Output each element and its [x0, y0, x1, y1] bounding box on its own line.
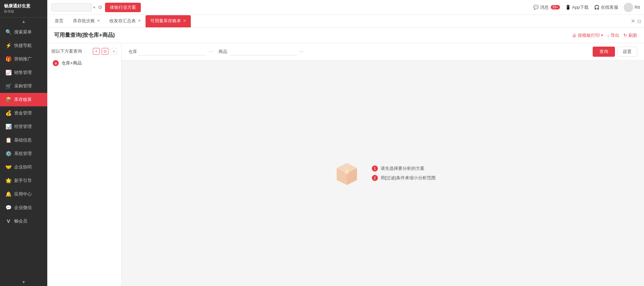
sidebar-item-search[interactable]: 🔍 搜索菜单: [0, 25, 47, 39]
goods-input[interactable]: [229, 48, 297, 55]
close-icon[interactable]: ✕: [183, 19, 186, 23]
add-scheme-button[interactable]: +: [93, 48, 100, 55]
sidebar-item-app-center[interactable]: 🔔 应用中心: [0, 187, 47, 201]
settings-icon[interactable]: ⚙: [98, 4, 102, 10]
sidebar-item-sales[interactable]: 📈 销售管理: [0, 66, 47, 79]
bell-icon: 🔔: [5, 191, 11, 197]
tip-number-1: 1: [372, 165, 378, 172]
tab-receipt-summary[interactable]: 收发存汇总表 ✕: [105, 15, 146, 27]
user-label: Rit: [635, 5, 640, 10]
sidebar-item-finance[interactable]: 💰 资金管理: [0, 106, 47, 120]
resize-window-button[interactable]: ⊡: [637, 19, 641, 24]
svg-point-6: [347, 172, 348, 173]
chevron-down-icon[interactable]: ▾: [601, 33, 603, 37]
settings-button[interactable]: 设置: [617, 47, 637, 57]
sidebar-item-guide[interactable]: 🌟 新手引导: [0, 174, 47, 187]
bar-chart-icon: 📊: [5, 124, 11, 130]
goods-more-icon[interactable]: ···: [299, 49, 303, 55]
export-label: 导出: [611, 32, 619, 38]
money-icon: 💰: [5, 110, 11, 116]
query-button[interactable]: 查询: [593, 47, 615, 57]
configure-scheme-button[interactable]: ⊙: [102, 48, 108, 55]
refresh-icon: ↻: [623, 33, 627, 38]
content-area: 按以下方案查询 + ⊙ « ⊕ 仓库+商品 仓库 ···: [47, 43, 644, 286]
app-name: 畅康通好生意: [4, 3, 43, 9]
sidebar-item-wechat[interactable]: 💬 企业微信: [0, 201, 47, 214]
goods-label: 商品: [218, 49, 227, 55]
filter-actions: 查询 设置: [593, 47, 637, 57]
warehouse-label: 仓库: [128, 49, 137, 55]
chevron-down-icon[interactable]: ▾: [93, 5, 95, 10]
chart-icon: 📈: [5, 70, 11, 76]
app-download-button[interactable]: 📱 App下载: [565, 4, 589, 10]
tab-batch-ledger[interactable]: 库存批次账 ✕: [68, 15, 105, 27]
close-window-button[interactable]: ✕: [631, 19, 635, 24]
page-title: 可用量查询(按仓库+商品): [54, 32, 115, 39]
scheme-item-warehouse-goods[interactable]: ⊕ 仓库+商品: [47, 57, 121, 69]
empty-state: 1 请先选择要分析的方案 2 用[过滤]条件来缩小分析范围: [122, 60, 644, 286]
tab-batch-ledger-label: 库存批次账: [73, 18, 95, 24]
sidebar-scroll-down[interactable]: ▼: [0, 278, 47, 286]
messages-badge: 99+: [551, 5, 560, 9]
customer-service-button[interactable]: 🎧 在线客服: [594, 4, 618, 10]
export-button[interactable]: ↓ 导出: [607, 32, 620, 38]
sidebar-item-member[interactable]: V 畅会员: [0, 214, 47, 228]
search-icon: 🔍: [5, 29, 11, 35]
sidebar-label-operations: 经营管理: [14, 124, 32, 130]
sidebar-label-guide: 新手引导: [14, 178, 32, 184]
star-icon: 🌟: [5, 178, 11, 184]
svg-point-5: [345, 172, 346, 173]
lightning-icon: ⚡: [5, 43, 11, 49]
sidebar-item-cooperation[interactable]: 🤝 企业协同: [0, 160, 47, 174]
refresh-button[interactable]: ↻ 刷新: [623, 32, 637, 38]
box-icon: 📦: [5, 97, 11, 103]
sidebar-item-inventory[interactable]: 📦 库存核算: [0, 93, 47, 106]
headset-icon: 🎧: [594, 5, 599, 10]
sidebar-label-finance: 资金管理: [14, 110, 32, 116]
phone-icon: 📱: [565, 5, 571, 10]
tab-home[interactable]: 首页: [50, 15, 68, 27]
trial-button[interactable]: 体验行业方案: [105, 3, 141, 12]
empty-tips: 1 请先选择要分析的方案 2 用[过滤]条件来缩小分析范围: [372, 165, 436, 181]
warehouse-input[interactable]: [139, 48, 207, 55]
user-avatar-area[interactable]: Rit: [624, 3, 640, 12]
close-icon[interactable]: ✕: [138, 19, 141, 23]
sidebar-item-quick-nav[interactable]: ⚡ 快捷导航: [0, 39, 47, 52]
member-icon: V: [5, 218, 11, 224]
tab-receipt-summary-label: 收发存汇总表: [109, 18, 136, 24]
close-icon[interactable]: ✕: [97, 19, 100, 23]
right-panel: 仓库 ··· 商品 ··· 查询 设置: [122, 43, 644, 286]
empty-illustration: [330, 156, 364, 190]
left-panel-icons: + ⊙ «: [93, 48, 117, 55]
filter-bar: 仓库 ··· 商品 ··· 查询 设置: [122, 43, 644, 60]
sidebar-label-member: 畅会员: [14, 218, 27, 224]
print-button[interactable]: 🖨 按模板打印 ▾: [572, 32, 603, 38]
topbar-search-area: ▾: [51, 3, 95, 11]
sidebar-item-operations[interactable]: 📊 经营管理: [0, 120, 47, 133]
main-content: ▾ ⚙ 体验行业方案 💬 消息 99+ 📱 App下载 🎧 在线客服 Rit: [47, 0, 644, 286]
topbar-search-input[interactable]: [51, 3, 92, 11]
tip-text-2: 用[过滤]条件来缩小分析范围: [381, 175, 436, 181]
left-panel: 按以下方案查询 + ⊙ « ⊕ 仓库+商品: [47, 43, 122, 286]
sidebar-item-system[interactable]: ⚙️ 系统管理: [0, 147, 47, 160]
sidebar-label-search: 搜索菜单: [14, 29, 32, 35]
message-icon: 💬: [533, 5, 539, 10]
messages-button[interactable]: 💬 消息 99+: [533, 4, 560, 10]
empty-tip-2: 2 用[过滤]条件来缩小分析范围: [372, 175, 436, 181]
warehouse-more-icon[interactable]: ···: [209, 49, 213, 55]
sidebar-item-basic-info[interactable]: 📋 基础信息: [0, 133, 47, 147]
sidebar-label-marketing: 营销推广: [14, 56, 32, 62]
print-label: 按模板打印: [578, 32, 600, 38]
sidebar-scroll-up[interactable]: ▲: [0, 18, 47, 25]
customer-service-label: 在线客服: [601, 4, 618, 10]
goods-field: 商品 ···: [218, 48, 303, 55]
sidebar-logo: 畅康通好生意 标准版: [0, 0, 47, 18]
scheme-icon: ⊕: [53, 60, 59, 66]
topbar-right: 💬 消息 99+ 📱 App下载 🎧 在线客服 Rit: [533, 3, 640, 12]
collapse-panel-button[interactable]: «: [110, 48, 117, 55]
page-header: 可用量查询(按仓库+商品) 🖨 按模板打印 ▾ ↓ 导出 ↻ 刷新: [47, 28, 644, 43]
sidebar-item-marketing[interactable]: 🎁 营销推广: [0, 52, 47, 66]
tab-available-ledger[interactable]: 可用量库存账本 ✕: [146, 15, 191, 27]
sidebar-item-purchase[interactable]: 🛒 采购管理: [0, 79, 47, 93]
cart-icon: 🛒: [5, 83, 11, 89]
